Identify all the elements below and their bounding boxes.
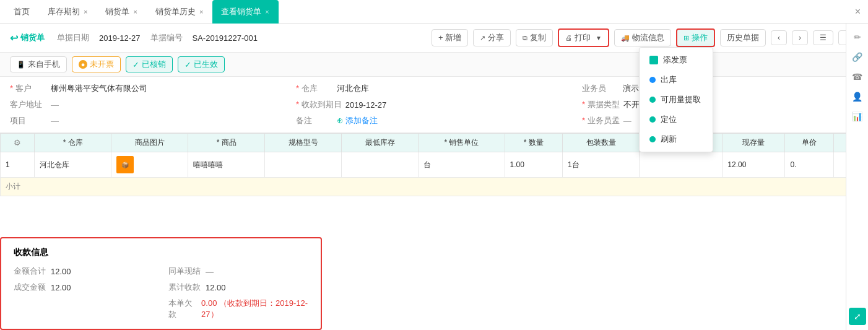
form-row-3: 项目 — 备注 ⊕ 添加备注 业务员孟 — [10,115,858,126]
staff-field: 业务员 演示账号 [582,83,858,94]
col-price: 单价 [785,134,833,152]
cell-img: 📦 [111,152,188,178]
new-button[interactable]: + 新增 [432,29,468,46]
cell-stock: 12.00 [723,152,785,178]
staff-label: 业务员 [582,83,619,94]
cell-product: 嘻嘻嘻嘻 [188,152,265,178]
locate-icon [649,116,656,123]
payment-date-value: 2019-12-27 [345,100,387,110]
payment-date-label: 收款到期日 [296,99,342,110]
tab-bar: 首页 库存期初 × 销货单 × 销货单历史 × 查看销货单 × × [0,0,868,24]
sidebar-link-btn[interactable]: 🔗 [849,48,866,66]
tab-sales-history[interactable]: 销货单历史 × [147,0,212,24]
cell-spec [265,152,342,178]
list-view-button[interactable]: ☰ [813,30,833,45]
doc-title: ↩ 销货单 [10,32,45,44]
share-button[interactable]: ↗ 分享 [473,29,511,46]
cumulative-label: 累计收款 [168,282,201,293]
from-phone-button[interactable]: 📱 来自手机 [10,56,67,72]
action-menu: 添发票 出库 可用量提取 定位 刷新 [639,47,713,152]
col-pkg-qty: 包装数量 [563,134,640,152]
project-value: — [51,116,59,126]
cell-no: 1 [1,152,35,178]
col-stock: 现存量 [723,134,785,152]
table-row: 1 河北仓库 📦 嘻嘻嘻嘻 台 1.00 1台 12.00 0. [1,152,868,178]
col-product: * 商品 [188,134,265,152]
project-label: 项目 [10,115,47,126]
settings-icon[interactable]: ⚙ [14,138,21,147]
doc-meta: 单据日期 2019-12-27 单据编号 SA-20191227-001 [57,32,432,43]
history-button[interactable]: 历史单据 [720,29,766,46]
toolbar: + 新增 ↗ 分享 ⧉ 复制 🖨 打印 ▼ 🚚 物流信息 ⊞ 操作 [432,28,858,47]
staff2-label: 业务员孟 [582,115,620,126]
logistics-button[interactable]: 🚚 物流信息 [614,29,671,46]
sidebar-expand-btn[interactable]: ⤢ [849,308,866,325]
tab-close-history[interactable]: × [199,8,203,15]
main-content: ↩ 销货单 单据日期 2019-12-27 单据编号 SA-20191227-0… [0,24,868,330]
sidebar-edit-btn[interactable]: ✏ [849,28,866,46]
tab-close-view[interactable]: × [265,8,269,15]
col-unit: * 销售单位 [419,134,505,152]
customer-value: 柳州粤港平安气体有限公司 [51,83,147,94]
not-open-button[interactable]: ● 未开票 [72,56,121,72]
menu-item-outbound[interactable]: 出库 [640,70,713,90]
menu-item-locate[interactable]: 定位 [640,110,713,129]
col-qty: * 数量 [505,134,563,152]
subtotal-label: 小计 [1,178,868,196]
product-image: 📦 [116,156,134,173]
operation-button[interactable]: ⊞ 操作 [676,28,715,47]
same-order-label: 同单现结 [168,266,201,277]
invoice-label: 票据类型 [582,99,620,110]
tab-home[interactable]: 首页 [5,0,39,24]
cumulative-value: 12.00 [206,283,226,292]
payment-total-row: 金额合计 12.00 [14,266,154,277]
payment-same-order-row: 同单现结 — [168,266,308,277]
remark-label: 备注 [296,115,333,126]
same-order-value: — [206,267,214,276]
tab-sales-order[interactable]: 销货单 × [97,0,146,24]
copy-button[interactable]: ⧉ 复制 [516,29,553,46]
next-button[interactable]: › [792,30,808,45]
payment-due-row: 本单欠款 0.00 （收款到期日：2019-12-27） [168,298,308,320]
sidebar-user-btn[interactable]: 👤 [849,88,866,105]
warehouse-label: 仓库 [296,83,333,94]
print-button[interactable]: 🖨 打印 ▼ [558,28,609,47]
cell-unit: 台 [419,152,505,178]
right-sidebar: ✏ 🔗 ☎ 👤 📊 ⤢ [846,24,868,330]
customer-field: 客户 柳州粤港平安气体有限公司 [10,83,286,94]
add-remark-button[interactable]: ⊕ 添加备注 [337,115,378,126]
total-label: 金额合计 [14,266,46,277]
tab-view-sales[interactable]: 查看销货单 × [212,0,278,24]
menu-item-add-invoice[interactable]: 添发票 [640,50,713,70]
warehouse-value: 河北仓库 [337,83,369,94]
col-warehouse: * 仓库 [35,134,111,152]
doc-type-icon: ↩ [10,32,18,44]
confirmed-button[interactable]: ✓ 已核销 [126,56,173,72]
effective-button[interactable]: ✓ 已生效 [178,56,225,72]
col-settings: ⚙ [1,134,35,152]
tab-close-sales[interactable]: × [133,8,137,15]
payment-date-field: 收款到期日 2019-12-27 [296,99,572,110]
staff2-value: — [623,116,631,126]
menu-item-qty-extract[interactable]: 可用量提取 [640,90,713,110]
cell-min-stock [342,152,419,178]
sidebar-phone-btn[interactable]: ☎ [849,68,866,85]
order-table: ⚙ * 仓库 商品图片 * 商品 规格型号 最低库存 * 销售单位 * 数量 包… [0,133,868,196]
address-label: 客户地址 [10,99,47,110]
col-min-stock: 最低库存 [342,134,419,152]
window-close-icon[interactable]: × [855,6,861,17]
form-row-1: 客户 柳州粤港平安气体有限公司 仓库 河北仓库 业务员 演示账号 [10,83,858,94]
payment-cumulative-row: 累计收款 12.00 [168,282,308,293]
due-value: 0.00 （收款到期日：2019-12-27） [201,298,308,320]
table-header-row: ⚙ * 仓库 商品图片 * 商品 规格型号 最低库存 * 销售单位 * 数量 包… [1,134,868,152]
prev-button[interactable]: ‹ [771,30,787,45]
due-label: 本单欠款 [168,298,196,320]
tab-close-inventory[interactable]: × [84,8,87,15]
menu-item-refresh[interactable]: 刷新 [640,129,713,149]
sidebar-chart-btn[interactable]: 📊 [849,108,866,125]
warehouse-field: 仓库 河北仓库 [296,83,572,94]
invoice-field: 票据类型 不开票 [582,99,858,110]
payment-transaction-row: 成交金额 12.00 [14,282,154,293]
tab-inventory-init[interactable]: 库存期初 × [39,0,97,24]
project-field: 项目 — [10,115,286,126]
